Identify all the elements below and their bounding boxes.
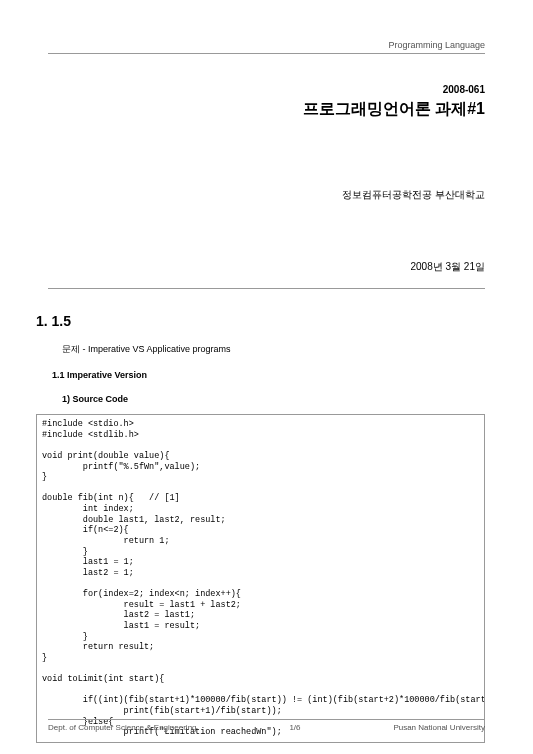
problem-text: 문제 - Imperative VS Applicative programs: [62, 343, 485, 356]
course-id: 2008-061: [48, 84, 485, 95]
footer-divider: [48, 719, 485, 720]
source-code-box: #include <stdio.h> #include <stdlib.h> v…: [36, 414, 485, 743]
footer-page-number: 1/6: [289, 723, 300, 732]
date: 2008년 3월 21일: [48, 260, 485, 274]
header-course-name: Programming Language: [48, 40, 485, 50]
title-separator: [48, 288, 485, 289]
header-divider: [48, 53, 485, 54]
footer-university: Pusan National University: [393, 723, 485, 732]
page-footer: Dept. of Computer Science & Engineering …: [48, 719, 485, 732]
section-number: 1. 1.5: [36, 313, 485, 329]
footer-dept: Dept. of Computer Science & Engineering: [48, 723, 197, 732]
document-title: 프로그래밍언어론 과제#1: [48, 99, 485, 120]
department: 정보컴퓨터공학전공 부산대학교: [48, 188, 485, 202]
item-heading: 1) Source Code: [62, 394, 485, 404]
subsection-heading: 1.1 Imperative Version: [52, 370, 485, 380]
